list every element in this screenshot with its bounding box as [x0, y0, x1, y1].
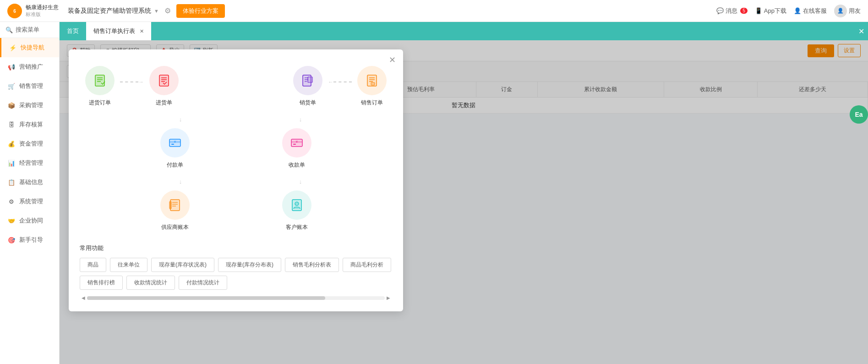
flow-node-purchase-order[interactable]: 进货订单 [80, 60, 120, 112]
logo-icon: 6 [7, 4, 22, 18]
flow-row-2: ¥ 付款单 [80, 123, 392, 174]
message-badge: 5 [740, 8, 748, 14]
main-area: 🔍 搜索菜单 ⚡ 快捷导航 📢 营销推广 🛒 销售管理 📦 采 [0, 22, 868, 364]
sidebar-item-guide[interactable]: 🎯 新手引导 [0, 230, 59, 250]
search-menu[interactable]: 🔍 搜索菜单 [0, 22, 59, 38]
func-btn-sales-profit[interactable]: 销售毛利分析表 [285, 258, 339, 272]
func-btn-payment-stats[interactable]: 付款情况统计 [179, 276, 227, 290]
sales-order-label: 销售订单 [361, 99, 383, 107]
scroll-thumb[interactable] [87, 296, 325, 300]
online-service-item[interactable]: 👤 在线客服 [794, 7, 827, 15]
content-area: 首页 销售订单执行表 ✕ ✕ ❓ 帮助 [60, 22, 868, 364]
tab-home[interactable]: 首页 [60, 22, 86, 40]
sidebar-item-system[interactable]: ⚙ 系统管理 [0, 192, 59, 211]
sidebar-item-enterprise[interactable]: 🤝 企业协同 [0, 211, 59, 230]
logo-area: 6 畅康通好生意 标准版 [7, 4, 62, 18]
modal-overlay[interactable]: ✕ [60, 40, 868, 364]
tab-close-icon[interactable]: ✕ [140, 28, 144, 34]
flow-node-customer-ledger[interactable]: 客户账本 [277, 185, 317, 237]
top-bar: 6 畅康通好生意 标准版 装备及固定资产辅助管理系统 ▼ ⚙ 体验行业方案 💬 … [0, 0, 868, 22]
operations-icon: 📊 [7, 159, 16, 167]
flow-node-sales-bill[interactable]: 销货单 [288, 60, 328, 112]
payment-label: 付款单 [167, 161, 183, 169]
sidebar-item-operations[interactable]: 📊 经营管理 [0, 153, 59, 173]
func-btn-product[interactable]: 商品 [80, 258, 106, 272]
window-close-icon[interactable]: ✕ [858, 27, 864, 36]
content-body: ❓ 帮助 🖨 按模板打印 ▼ 📤 导出 🔄 刷新 [60, 40, 868, 364]
flow-node-sales-order[interactable]: 销售订单 [352, 60, 392, 112]
svg-text:¥: ¥ [174, 140, 176, 143]
enterprise-icon: 🤝 [7, 217, 16, 225]
modal-dialog: ✕ [69, 49, 403, 311]
svg-text:¥: ¥ [296, 140, 298, 143]
func-btn-product-profit[interactable]: 商品毛利分析 [343, 258, 391, 272]
svg-rect-28 [170, 200, 180, 211]
ea-avatar[interactable]: Ea [850, 105, 868, 124]
sales-icon: 🛒 [7, 82, 16, 90]
purchase-order-icon [85, 66, 115, 95]
user-avatar-area[interactable]: 👤 用友 [834, 5, 861, 17]
tab-sales-orders[interactable]: 销售订单执行表 ✕ [86, 22, 151, 40]
gear-icon[interactable]: ⚙ [164, 6, 171, 15]
flow-node-purchase-bill[interactable]: 进货单 [144, 60, 184, 112]
flow-node-payment[interactable]: ¥ 付款单 [155, 123, 195, 174]
message-item[interactable]: 💬 消息 5 [716, 7, 748, 15]
sidebar-item-basic-info[interactable]: 📋 基础信息 [0, 173, 59, 192]
svg-rect-19 [371, 82, 375, 85]
phone-icon: 📱 [755, 7, 762, 14]
flow-row-3: 供应商账本 [80, 185, 392, 237]
system-title: 装备及固定资产辅助管理系统 ▼ [68, 7, 159, 15]
modal-scrollbar: ◀ ▶ [80, 295, 392, 300]
func-btn-receipt-stats[interactable]: 收款情况统计 [126, 276, 175, 290]
func-btn-stock-dist[interactable]: 现存量(库存分布表) [218, 258, 281, 272]
system-icon: ⚙ [7, 197, 16, 206]
scroll-right-arrow[interactable]: ▶ [385, 295, 392, 300]
flow-node-receipt[interactable]: ¥ 收款单 [277, 123, 317, 174]
flow-row-1: 进货订单 → [80, 60, 392, 112]
svg-text:6: 6 [13, 9, 16, 14]
func-buttons-row-2: 销售排行榜 收款情况统计 付款情况统计 [80, 276, 392, 290]
system-dropdown-icon[interactable]: ▼ [154, 8, 159, 14]
receipt-label: 收款单 [289, 161, 305, 169]
inventory-icon: 🗄 [7, 120, 16, 129]
customer-ledger-icon [282, 190, 311, 220]
top-right-area: 💬 消息 5 📱 App下载 👤 在线客服 👤 用友 [716, 5, 861, 17]
svg-rect-29 [169, 201, 171, 209]
func-btn-stock-status[interactable]: 现存量(库存状况表) [151, 258, 214, 272]
common-functions-area: 常用功能 商品 往来单位 现存量(库存状况表) 现存量(库存分布表) 销售毛利分… [80, 244, 392, 290]
customer-ledger-label: 客户账本 [286, 223, 308, 231]
trial-button[interactable]: 体验行业方案 [176, 4, 225, 18]
flow-node-supplier-ledger[interactable]: 供应商账本 [155, 185, 195, 237]
arrow-row-1: ↓ ↓ [80, 116, 392, 123]
marketing-icon: 📢 [7, 63, 16, 71]
func-btn-contacts[interactable]: 往来单位 [110, 258, 147, 272]
svg-rect-22 [171, 144, 174, 145]
sidebar-item-purchase[interactable]: 📦 采购管理 [0, 96, 59, 115]
logo-text: 畅康通好生意 标准版 [26, 4, 59, 18]
scroll-track [87, 296, 385, 300]
guide-icon: 🎯 [7, 236, 16, 244]
svg-rect-6 [159, 75, 169, 86]
sidebar-item-sales[interactable]: 🛒 销售管理 [0, 76, 59, 96]
sidebar-item-inventory[interactable]: 🗄 库存核算 [0, 115, 59, 134]
purchase-bill-icon [149, 66, 179, 95]
app-download-item[interactable]: 📱 App下载 [755, 7, 786, 15]
tab-bar: 首页 销售订单执行表 ✕ ✕ [60, 22, 868, 40]
supplier-ledger-label: 供应商账本 [161, 223, 189, 231]
func-btn-sales-rank[interactable]: 销售排行榜 [80, 276, 123, 290]
sidebar-item-finance[interactable]: 💰 资金管理 [0, 134, 59, 153]
sidebar-item-quick-nav[interactable]: ⚡ 快捷导航 [0, 38, 59, 57]
down-arrow-purchase: ↓ [162, 116, 199, 123]
supplier-ledger-icon [160, 190, 190, 220]
scroll-left-arrow[interactable]: ◀ [80, 295, 87, 300]
down-arrow-sales: ↓ [282, 116, 319, 123]
down-arrow-payment: ↓ [162, 178, 199, 185]
modal-close-button[interactable]: ✕ [389, 55, 396, 65]
sales-bill-label: 销货单 [300, 99, 316, 107]
sidebar-item-marketing[interactable]: 📢 营销推广 [0, 57, 59, 76]
common-funcs-title: 常用功能 [80, 244, 392, 252]
svg-rect-11 [308, 77, 312, 82]
svg-point-34 [295, 202, 299, 206]
svg-rect-2 [95, 75, 104, 86]
quick-nav-icon: ⚡ [9, 43, 17, 52]
